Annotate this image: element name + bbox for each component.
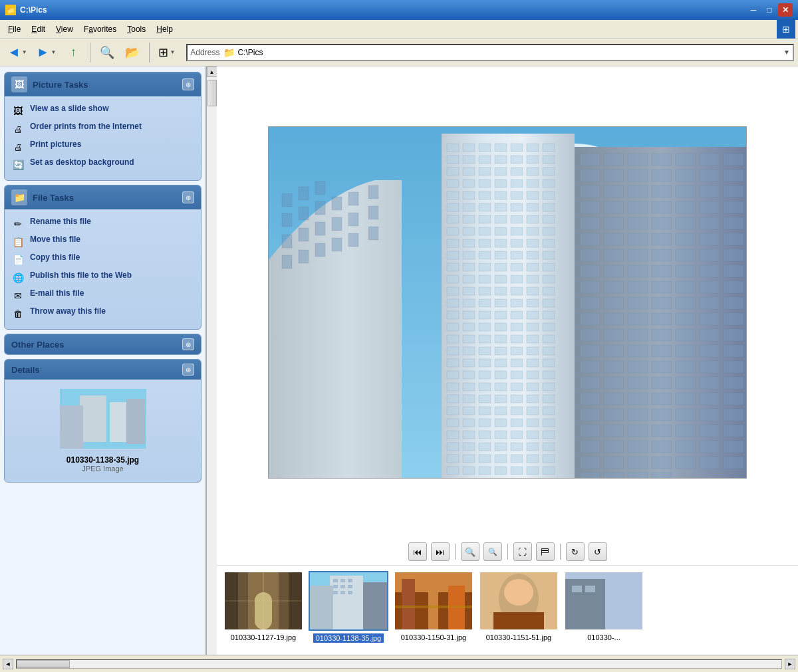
close-button[interactable]: ✕ <box>778 3 793 17</box>
menu-favorites[interactable]: Favorites <box>78 23 122 36</box>
zoom-out-button[interactable]: 🔍 <box>483 542 502 561</box>
other-places-collapse-button[interactable]: ⊗ <box>182 338 194 350</box>
up-button[interactable]: ↑ <box>62 41 84 64</box>
minimize-button[interactable]: ─ <box>746 3 761 17</box>
svg-rect-169 <box>527 371 539 379</box>
folders-icon: 📂 <box>125 45 140 60</box>
rotate-cw-button[interactable]: ↻ <box>566 542 585 561</box>
views-arrow-icon: ▼ <box>170 49 175 55</box>
svg-rect-316 <box>676 345 696 357</box>
thumb-img-5 <box>564 571 644 631</box>
svg-rect-11 <box>315 181 325 195</box>
svg-rect-228 <box>580 154 600 166</box>
svg-rect-114 <box>543 275 555 283</box>
menu-help[interactable]: Help <box>151 23 178 36</box>
task-slideshow[interactable]: 🖼 View as a slide show <box>11 102 194 120</box>
address-dropdown-icon[interactable]: ▼ <box>783 49 790 56</box>
scroll-thumb[interactable] <box>207 80 217 106</box>
svg-rect-61 <box>479 191 491 199</box>
svg-rect-166 <box>479 371 491 379</box>
svg-rect-353 <box>724 425 743 437</box>
svg-rect-299 <box>604 313 624 325</box>
file-tasks-collapse-button[interactable]: ⊛ <box>182 191 194 203</box>
menu-edit[interactable]: Edit <box>26 23 51 36</box>
prev-button[interactable]: ⏮ <box>408 542 427 561</box>
details-title: Details <box>11 365 40 375</box>
svg-rect-289 <box>700 281 720 293</box>
main-image-area <box>217 66 798 538</box>
thumbnail-1[interactable]: 010330-1127-19.jpg <box>223 571 303 641</box>
thumb-svg-5 <box>565 572 642 629</box>
svg-rect-103 <box>479 263 491 271</box>
task-email[interactable]: ✉ E-mail this file <box>11 286 194 304</box>
svg-rect-380 <box>310 586 333 629</box>
search-button[interactable]: 🔍 <box>96 41 118 64</box>
fit-window-button[interactable]: ⛶ <box>513 542 532 561</box>
task-move[interactable]: 📋 Move this file <box>11 233 194 251</box>
svg-rect-95 <box>463 251 475 259</box>
svg-rect-158 <box>463 359 475 367</box>
views-button[interactable]: ⊞ ▼ <box>155 41 178 64</box>
svg-rect-126 <box>511 299 523 307</box>
svg-rect-104 <box>495 263 507 271</box>
svg-rect-111 <box>495 275 507 283</box>
svg-rect-64 <box>527 191 539 199</box>
svg-rect-141 <box>527 323 539 331</box>
svg-rect-139 <box>495 323 507 331</box>
task-delete[interactable]: 🗑 Throw away this file <box>11 304 194 322</box>
img-toolbar-sep-2 <box>507 544 508 560</box>
menu-view[interactable]: View <box>51 23 78 36</box>
thumb-img-1 <box>223 571 303 631</box>
svg-rect-46 <box>463 168 475 175</box>
task-set-desktop[interactable]: 🔄 Set as desktop background <box>11 156 194 173</box>
thumbnail-4[interactable]: 010330-1151-51.jpg <box>479 571 559 641</box>
actual-size-button[interactable]: ⛿ <box>536 542 555 561</box>
details-collapse-button[interactable]: ⊛ <box>182 364 194 376</box>
svg-rect-277 <box>580 265 600 277</box>
svg-rect-129 <box>447 311 459 319</box>
back-button[interactable]: ◄ ▼ <box>4 41 31 64</box>
thumbnail-3[interactable]: 010330-1150-31.jpg <box>394 571 473 641</box>
task-rename[interactable]: ✏ Rename this file <box>11 215 194 233</box>
svg-rect-253 <box>676 201 696 213</box>
horizontal-scrollbar[interactable] <box>16 659 782 669</box>
menu-tools[interactable]: Tools <box>122 23 151 36</box>
address-bar[interactable]: Address 📁 C:\Pics ▼ <box>186 44 794 61</box>
task-publish[interactable]: 🌐 Publish this file to the Web <box>11 269 194 286</box>
other-places-header-left: Other Places <box>11 340 65 350</box>
task-copy[interactable]: 📄 Copy this file <box>11 251 194 269</box>
maximize-button[interactable]: □ <box>762 3 777 17</box>
svg-rect-1 <box>80 395 106 442</box>
rename-icon: ✏ <box>11 217 25 231</box>
scroll-up-button[interactable]: ▲ <box>207 66 217 77</box>
picture-tasks-collapse-button[interactable]: ⊛ <box>182 78 194 90</box>
scroll-left-button[interactable]: ◄ <box>3 659 13 669</box>
forward-button[interactable]: ► ▼ <box>33 41 60 64</box>
thumb-svg-2 <box>310 572 387 629</box>
thumbnail-5[interactable]: 010330-... <box>564 571 644 641</box>
scroll-right-button[interactable]: ► <box>785 659 795 669</box>
picture-tasks-panel: 🖼 Picture Tasks ⊛ 🖼 View as a slide show… <box>4 72 201 181</box>
left-panel-scrollbar[interactable]: ▲ <box>206 66 217 655</box>
zoom-in-button[interactable]: 🔍 <box>461 542 479 561</box>
svg-rect-58 <box>543 179 555 187</box>
next-button[interactable]: ⏭ <box>431 542 450 561</box>
svg-rect-76 <box>495 215 507 223</box>
svg-rect-327 <box>604 377 624 389</box>
task-print[interactable]: 🖨 Print pictures <box>11 138 194 156</box>
svg-rect-24 <box>282 255 292 269</box>
svg-rect-280 <box>652 265 672 277</box>
menu-file[interactable]: File <box>3 23 26 36</box>
task-order-prints[interactable]: 🖨 Order prints from the Internet <box>11 120 194 138</box>
svg-rect-35 <box>511 144 523 152</box>
svg-rect-174 <box>495 383 507 391</box>
svg-rect-88 <box>463 239 475 247</box>
svg-rect-207 <box>463 443 475 451</box>
rotate-ccw-button[interactable]: ↺ <box>589 542 607 561</box>
thumbnail-2[interactable]: 010330-1138-35.jpg <box>309 571 388 643</box>
svg-rect-57 <box>527 179 539 187</box>
folders-button[interactable]: 📂 <box>121 41 144 64</box>
svg-rect-312 <box>580 345 600 357</box>
scrollbar-thumb[interactable] <box>17 660 70 668</box>
svg-rect-224 <box>511 467 523 475</box>
